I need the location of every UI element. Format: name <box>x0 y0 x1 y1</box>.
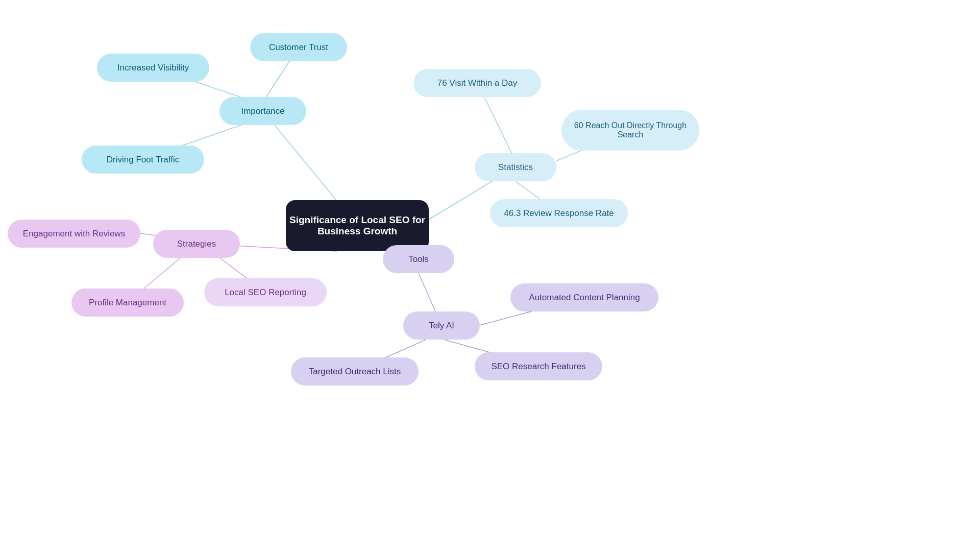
targeted-outreach-node[interactable]: Targeted Outreach Lists <box>291 357 419 386</box>
reach-out-node[interactable]: 60 Reach Out Directly Through Search <box>561 110 699 151</box>
seo-research-node[interactable]: SEO Research Features <box>475 352 602 380</box>
tely-ai-node[interactable]: Tely AI <box>403 311 480 340</box>
visit-within-day-node[interactable]: 76 Visit Within a Day <box>413 69 541 97</box>
importance-node[interactable]: Importance <box>219 97 306 125</box>
local-seo-reporting-node[interactable]: Local SEO Reporting <box>204 278 327 306</box>
increased-visibility-node[interactable]: Increased Visibility <box>97 54 209 82</box>
statistics-node[interactable]: Statistics <box>475 153 556 181</box>
customer-trust-node[interactable]: Customer Trust <box>250 33 347 61</box>
driving-foot-traffic-node[interactable]: Driving Foot Traffic <box>82 146 204 174</box>
profile-management-node[interactable]: Profile Management <box>71 288 184 317</box>
center-node[interactable]: Significance of Local SEO for Business G… <box>286 200 429 251</box>
review-response-node[interactable]: 46.3 Review Response Rate <box>490 199 628 227</box>
mindmap-container: Significance of Local SEO for Business G… <box>0 0 980 553</box>
strategies-node[interactable]: Strategies <box>153 230 240 258</box>
tools-node[interactable]: Tools <box>383 245 454 273</box>
engagement-reviews-node[interactable]: Engagement with Reviews <box>8 220 140 248</box>
automated-content-node[interactable]: Automated Content Planning <box>510 283 658 311</box>
